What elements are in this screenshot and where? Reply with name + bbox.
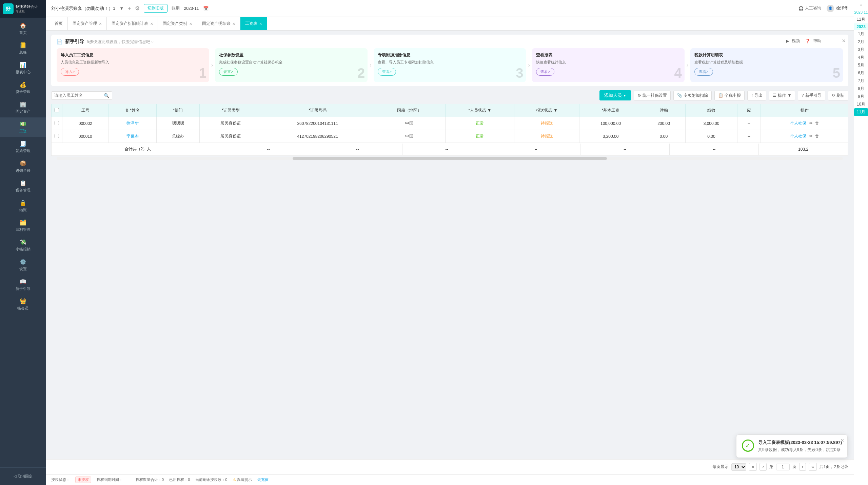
row-checkbox[interactable]: [55, 134, 59, 138]
tab-salary[interactable]: 工资表 ×: [240, 17, 267, 31]
tab-detail[interactable]: 固定资产明细账 ×: [197, 17, 240, 31]
first-page-button[interactable]: «: [749, 463, 757, 471]
social-insurance-button[interactable]: ⚙ 统一社保设置: [634, 91, 671, 100]
account-dropdown-icon[interactable]: ▼: [119, 6, 124, 11]
cal-month-11-active[interactable]: 11月: [854, 108, 868, 116]
sidebar-item-ledger[interactable]: 📒 总账: [0, 39, 46, 58]
col-name[interactable]: ⇅ *姓名: [108, 104, 156, 117]
name-cell[interactable]: 李俊杰: [108, 130, 156, 143]
tab-close-icon[interactable]: ×: [189, 21, 192, 26]
tab-close-icon[interactable]: ×: [99, 21, 102, 26]
cal-month-4[interactable]: 4月: [854, 54, 868, 61]
sidebar-item-expense[interactable]: 💸 小畅报销: [0, 236, 46, 255]
cal-year-2023[interactable]: 2023: [854, 23, 868, 30]
prev-page-button[interactable]: ‹: [760, 463, 766, 471]
operate-button[interactable]: ☰ 操作 ▼: [769, 91, 795, 100]
delete-icon[interactable]: 🗑: [815, 134, 819, 138]
page-number-input[interactable]: [776, 464, 790, 470]
service-label: 人工咨询: [805, 5, 821, 11]
personal-insurance-link[interactable]: 个人社保: [790, 134, 806, 138]
col-status[interactable]: *人员状态 ▼: [446, 104, 514, 117]
step-2-button[interactable]: 设置>: [219, 68, 237, 76]
performance-cell: 0.00: [686, 130, 737, 143]
footer-total-salary: 103,2: [759, 144, 848, 155]
calendar-icon[interactable]: 📅: [203, 6, 209, 11]
sidebar-item-guide[interactable]: 📖 新手引导: [0, 275, 46, 295]
topbar-settings-icon[interactable]: ⚙: [135, 5, 140, 12]
per-page-select[interactable]: 10 20 50: [731, 463, 746, 471]
delete-icon[interactable]: 🗑: [815, 121, 819, 126]
select-all-header[interactable]: [52, 104, 62, 117]
sidebar-item-reports[interactable]: 📊 报表中心: [0, 58, 46, 78]
sidebar-item-home[interactable]: 🏠 首页: [0, 19, 46, 39]
cal-month-3[interactable]: 3月: [854, 46, 868, 54]
top-up-link[interactable]: 去充值: [257, 477, 269, 482]
sidebar-item-funds[interactable]: 💰 资金管理: [0, 78, 46, 98]
step-number: 4: [674, 66, 682, 81]
tab-home[interactable]: 首页: [50, 17, 68, 31]
guide-close-button[interactable]: ×: [842, 37, 846, 44]
add-employee-button[interactable]: 添加人员 ▼: [599, 90, 631, 100]
step-1-button[interactable]: 导入>: [61, 68, 79, 76]
unfix-button[interactable]: ◁ 取消固定: [0, 471, 46, 482]
tab-fixed-assets[interactable]: 固定资产管理 ×: [68, 17, 107, 31]
name-cell[interactable]: 徐泽华: [108, 117, 156, 130]
action-cell[interactable]: 个人社保 ✏ 🗑: [761, 117, 848, 130]
cal-month-7[interactable]: 7月: [854, 77, 868, 85]
cal-month-5[interactable]: 5月: [854, 61, 868, 69]
refresh-button[interactable]: ↻ 刷新: [828, 91, 848, 100]
sidebar-item-vip[interactable]: 👑 畅会员: [0, 295, 46, 314]
cal-month-2[interactable]: 2月: [854, 38, 868, 46]
last-page-button[interactable]: »: [809, 463, 816, 471]
next-page-button[interactable]: ›: [799, 463, 806, 471]
guide-video-link[interactable]: ▶ 视频 ❓ 帮助: [786, 38, 821, 44]
month-label: 5月: [858, 62, 864, 68]
tab-close-icon[interactable]: ×: [150, 21, 153, 26]
col-send-status[interactable]: 报送状态 ▼: [514, 104, 579, 117]
tax-report-button[interactable]: 📋 个税申报: [714, 91, 745, 100]
employee-name-link[interactable]: 李俊杰: [126, 134, 139, 138]
sidebar-item-payroll[interactable]: 💵 工资: [0, 117, 46, 137]
allowance-cell: 200.00: [642, 117, 686, 130]
export-button[interactable]: ↑ 导出: [747, 91, 766, 100]
personal-insurance-link[interactable]: 个人社保: [790, 121, 806, 126]
tab-depreciation[interactable]: 固定资产折旧统计表 ×: [107, 17, 158, 31]
panel-collapse-button[interactable]: «: [859, 1, 864, 9]
select-all-checkbox[interactable]: [55, 108, 59, 112]
cal-month-12[interactable]: 12月: [854, 16, 868, 23]
search-input[interactable]: [54, 93, 102, 98]
newbie-guide-button[interactable]: ? 新手引导: [798, 91, 825, 100]
row-checkbox[interactable]: [55, 121, 59, 125]
auth-status-label: 授权状态：: [51, 477, 70, 482]
step-5-button[interactable]: 查看>: [694, 68, 713, 76]
cal-month-1[interactable]: 1月: [854, 30, 868, 38]
tab-close-icon[interactable]: ×: [259, 21, 262, 26]
row-checkbox-cell[interactable]: [52, 117, 62, 130]
cal-month-10[interactable]: 10月: [854, 100, 868, 108]
row-checkbox-cell[interactable]: [52, 130, 62, 143]
topbar-add-icon[interactable]: +: [128, 5, 131, 12]
action-cell[interactable]: 个人社保 ✏ 🗑: [761, 130, 848, 143]
sidebar-item-invoices[interactable]: 🧾 发票管理: [0, 137, 46, 157]
sidebar-item-inventory[interactable]: 📦 进销台账: [0, 157, 46, 176]
employee-name-link[interactable]: 徐泽华: [126, 121, 139, 126]
notification-close-button[interactable]: ×: [841, 437, 844, 444]
step-3-button[interactable]: 查看>: [378, 68, 396, 76]
sidebar-item-archive[interactable]: 🗂️ 归档管理: [0, 216, 46, 236]
cal-month-8[interactable]: 8月: [854, 85, 868, 93]
cal-month-6[interactable]: 6月: [854, 69, 868, 77]
deductions-button[interactable]: 📎 专项附加扣除: [673, 91, 712, 100]
edit-icon[interactable]: ✏: [809, 134, 813, 138]
customer-service-button[interactable]: 🎧 人工咨询: [798, 5, 821, 11]
edit-icon[interactable]: ✏: [809, 121, 813, 126]
sidebar-item-fixed-assets[interactable]: 🏢 固定资产: [0, 98, 46, 117]
step-4-button[interactable]: 查看>: [536, 68, 554, 76]
tab-close-icon[interactable]: ×: [233, 21, 235, 26]
tab-categories[interactable]: 固定资产类别 ×: [158, 17, 197, 31]
horizontal-scrollbar[interactable]: [57, 157, 843, 160]
sidebar-item-close[interactable]: 🔒 结账: [0, 196, 46, 216]
cal-month-9[interactable]: 9月: [854, 93, 868, 100]
sidebar-item-tax[interactable]: 📋 税务管理: [0, 176, 46, 196]
sidebar-item-settings[interactable]: ⚙️ 设置: [0, 255, 46, 275]
switch-version-button[interactable]: 切到旧版: [144, 4, 167, 13]
